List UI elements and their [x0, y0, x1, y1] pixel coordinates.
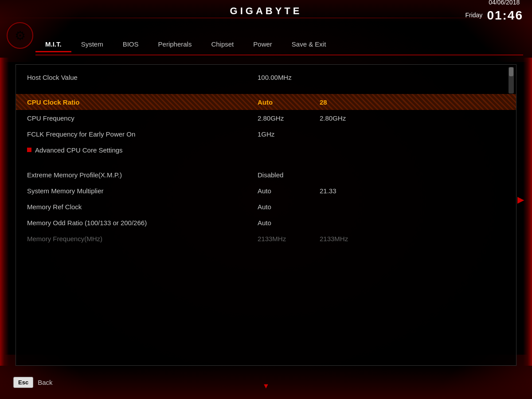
tab-bios[interactable]: BIOS: [113, 37, 149, 51]
gear-icon: ⚙: [7, 22, 33, 49]
value-memory-frequency: 2133MHz: [258, 235, 320, 243]
value-system-memory-multiplier: Auto: [258, 187, 320, 195]
value-host-clock-value: 100.00MHz: [258, 74, 320, 81]
tab-save-exit[interactable]: Save & Exit: [282, 37, 336, 51]
esc-back-button[interactable]: Esc Back: [13, 377, 53, 388]
label-host-clock-value: Host Clock Value: [27, 74, 258, 81]
value-memory-odd-ratio: Auto: [258, 219, 320, 227]
tab-mit[interactable]: M.I.T.: [35, 37, 71, 51]
value2-cpu-frequency: 2.80GHz: [320, 114, 382, 122]
navigation-tabs: M.I.T. System BIOS Peripherals Chipset P…: [35, 33, 523, 55]
label-fclk-frequency: FCLK Frequency for Early Power On: [27, 130, 258, 138]
right-border-arrow: ▶: [517, 194, 524, 205]
time-display: 01:46: [487, 7, 523, 24]
main-content-area: Host Clock Value 100.00MHz CPU Clock Rat…: [16, 64, 516, 366]
tab-system[interactable]: System: [71, 37, 113, 51]
separator-1: [16, 85, 516, 94]
label-cpu-frequency: CPU Frequency: [27, 114, 258, 122]
settings-table: Host Clock Value 100.00MHz CPU Clock Rat…: [16, 65, 516, 251]
row-advanced-cpu-core[interactable]: Advanced CPU Core Settings: [16, 142, 516, 158]
separator-2: [16, 158, 516, 167]
row-host-clock-value[interactable]: Host Clock Value 100.00MHz: [16, 69, 516, 85]
label-memory-frequency: Memory Frequency(MHz): [27, 235, 258, 243]
label-xmp: Extreme Memory Profile(X.M.P.): [27, 171, 258, 179]
label-system-memory-multiplier: System Memory Multiplier: [27, 187, 258, 195]
esc-key-label[interactable]: Esc: [13, 377, 33, 388]
row-cpu-frequency[interactable]: CPU Frequency 2.80GHz 2.80GHz: [16, 110, 516, 126]
label-cpu-clock-ratio: CPU Clock Ratio: [27, 98, 258, 106]
row-system-memory-multiplier[interactable]: System Memory Multiplier Auto 21.33: [16, 183, 516, 199]
logo-area: GIGABYTE: [80, 5, 452, 17]
header-top: GIGABYTE 04/06/2018 Friday 01:46: [0, 0, 532, 22]
gigabyte-logo: GIGABYTE: [230, 5, 302, 17]
date-display: 04/06/2018: [452, 0, 523, 7]
value2-cpu-clock-ratio: 28: [320, 98, 382, 106]
row-memory-odd-ratio[interactable]: Memory Odd Ratio (100/133 or 200/266) Au…: [16, 215, 516, 231]
row-cpu-clock-ratio[interactable]: CPU Clock Ratio Auto 28: [16, 94, 516, 110]
label-memory-ref-clock: Memory Ref Clock: [27, 203, 258, 211]
top-line: [0, 18, 532, 18]
value2-memory-frequency: 2133MHz: [320, 235, 382, 243]
label-advanced-cpu-core: Advanced CPU Core Settings: [27, 146, 258, 154]
value-fclk-frequency: 1GHz: [258, 130, 320, 138]
back-label: Back: [38, 379, 52, 386]
day-display: Friday: [465, 11, 482, 20]
value-memory-ref-clock: Auto: [258, 203, 320, 211]
row-memory-ref-clock[interactable]: Memory Ref Clock Auto: [16, 199, 516, 215]
tab-chipset[interactable]: Chipset: [201, 37, 243, 51]
value-cpu-frequency: 2.80GHz: [258, 114, 320, 122]
gear-icon-area: ⚙: [4, 20, 35, 51]
row-memory-frequency[interactable]: Memory Frequency(MHz) 2133MHz 2133MHz: [16, 231, 516, 246]
right-border-decoration: [523, 58, 532, 366]
value-xmp: Disabled: [258, 171, 320, 179]
datetime-display: 04/06/2018 Friday 01:46: [452, 0, 523, 24]
row-fclk-frequency[interactable]: FCLK Frequency for Early Power On 1GHz: [16, 126, 516, 142]
value-cpu-clock-ratio: Auto: [258, 98, 320, 106]
tab-power[interactable]: Power: [243, 37, 282, 51]
label-memory-odd-ratio: Memory Odd Ratio (100/133 or 200/266): [27, 219, 258, 227]
value2-system-memory-multiplier: 21.33: [320, 187, 382, 195]
row-xmp[interactable]: Extreme Memory Profile(X.M.P.) Disabled: [16, 167, 516, 183]
left-border-decoration: [0, 58, 9, 366]
red-square-icon: [27, 148, 31, 152]
bottom-center-arrow: ▼: [262, 382, 270, 390]
tab-peripherals[interactable]: Peripherals: [149, 37, 202, 51]
